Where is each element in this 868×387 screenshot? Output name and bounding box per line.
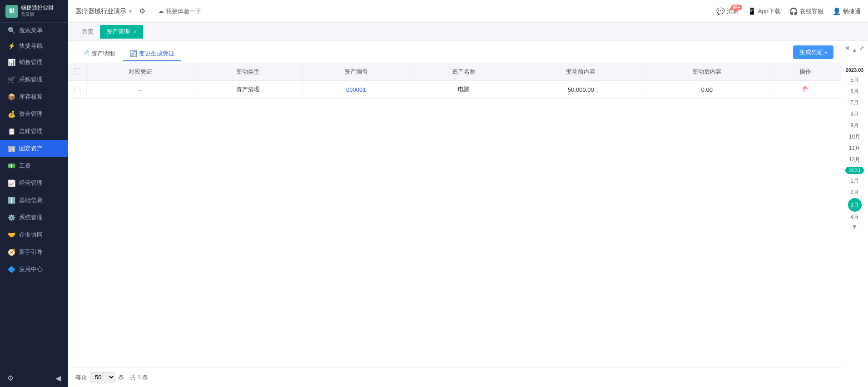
table-row: -- 资产清理 000001 电脑 50,000.00 0.00 🗑 (68, 81, 841, 99)
tab-change-voucher[interactable]: 🔄 变更生成凭证 (123, 47, 181, 61)
tab-asset-detail[interactable]: 📄 资产明细 (75, 47, 121, 61)
tab-home[interactable]: 首页 (75, 25, 100, 39)
tab-asset-management[interactable]: 资产管理 × (100, 25, 143, 39)
sidebar-item-sales[interactable]: 📊 销售管理 (0, 54, 68, 71)
month-6[interactable]: 6月 (841, 86, 868, 97)
sidebar-item-basic-info[interactable]: ℹ️ 基础信息 (0, 192, 68, 209)
enterprise-icon: 🤝 (7, 231, 15, 239)
sidebar-bottom: ⚙ ◀ (0, 369, 68, 387)
app-center-icon: 🔷 (7, 265, 15, 273)
sidebar-item-app-center[interactable]: 🔷 应用中心 (0, 261, 68, 278)
months-2023: 1月 2月 3月 4月 (841, 175, 868, 223)
month-7[interactable]: 7月 (841, 97, 868, 109)
generate-voucher-label: 生成凭证 (799, 48, 823, 56)
messages-button[interactable]: 💬 消息 99+ (716, 7, 739, 15)
delete-row-icon[interactable]: 🗑 (802, 85, 809, 93)
sidebar-item-purchase[interactable]: 🛒 采购管理 (0, 71, 68, 88)
finance-label: 资金管理 (19, 110, 43, 118)
basic-info-icon: ℹ️ (7, 196, 15, 204)
col-header-after-change: 变动后内容 (644, 63, 770, 81)
guide-label: 新手引导 (19, 248, 43, 256)
asset-detail-label: 资产明细 (91, 50, 115, 58)
user-button[interactable]: 👤 畅捷通 (833, 7, 861, 15)
app-download-icon: 📱 (748, 7, 756, 15)
month-4[interactable]: 4月 (841, 212, 868, 223)
sidebar-item-fixed-assets[interactable]: 🏢 固定资产 (0, 140, 68, 157)
experience-icon: ☁ (158, 8, 164, 15)
sidebar-item-guide[interactable]: 🧭 新手引导 (0, 243, 68, 261)
messages-icon: 💬 (716, 7, 725, 15)
management-label: 经营管理 (19, 179, 43, 187)
experience-button[interactable]: ☁ 我要体验一下 (158, 7, 201, 15)
company-selector[interactable]: 医疗器械行业演示 ▾ (75, 7, 132, 15)
panel-nav-up[interactable]: ▲ (852, 46, 858, 54)
panel-close-icon[interactable]: ✕ (845, 45, 850, 52)
select-all-checkbox[interactable] (74, 68, 80, 74)
quick-nav-icon: ⚡ (7, 42, 15, 50)
tab-close-icon[interactable]: × (134, 29, 137, 35)
month-12[interactable]: 12月 (841, 154, 868, 165)
row-asset-code[interactable]: 000001 (302, 81, 410, 99)
month-1[interactable]: 1月 (841, 175, 868, 187)
quick-nav-label: 快捷导航 (19, 42, 43, 50)
sidebar-item-enterprise[interactable]: 🤝 企业协同 (0, 226, 68, 243)
month-5[interactable]: 5月 (841, 74, 868, 86)
col-header-operation: 操作 (770, 63, 841, 81)
inventory-icon: 📦 (7, 93, 15, 101)
generate-voucher-button[interactable]: 生成凭证 ▾ (793, 45, 833, 59)
main-content: 医疗器械行业演示 ▾ ⚙ ☁ 我要体验一下 💬 消息 99+ 📱 App下载 🎧… (68, 0, 868, 387)
sidebar-item-search[interactable]: 🔍 搜索菜单 (0, 23, 68, 38)
generate-dropdown-icon: ▾ (825, 50, 827, 55)
month-9[interactable]: 9月 (841, 120, 868, 131)
month-10[interactable]: 10月 (841, 131, 868, 143)
guide-icon: 🧭 (7, 248, 15, 256)
sidebar-item-ledger[interactable]: 📋 总账管理 (0, 123, 68, 140)
topbar-right: 💬 消息 99+ 📱 App下载 🎧 在线客服 👤 畅捷通 (716, 7, 861, 15)
per-page-select[interactable]: 50 10 20 100 (90, 372, 115, 382)
sidebar-item-quick-nav[interactable]: ⚡ 快捷导航 (0, 38, 68, 54)
messages-badge: 99+ (731, 5, 742, 10)
month-11[interactable]: 11月 (841, 143, 868, 154)
col-header-asset-code: 资产编号 (302, 63, 410, 81)
experience-text: 我要体验一下 (166, 7, 201, 15)
basic-info-label: 基础信息 (19, 196, 43, 204)
per-page-label: 每页 (75, 373, 87, 382)
months-before-2023: 5月 6月 7月 8月 9月 10月 11月 12月 (841, 74, 868, 165)
sidebar-item-inventory[interactable]: 📦 库存核算 (0, 88, 68, 105)
customer-service-label: 在线客服 (800, 7, 823, 15)
logo-icon: 财 (5, 5, 18, 18)
customer-service-button[interactable]: 🎧 在线客服 (789, 7, 823, 15)
row-checkbox[interactable] (74, 86, 80, 92)
month-3-current[interactable]: 3月 (848, 198, 862, 212)
col-header-checkbox (68, 63, 86, 81)
system-icon: ⚙️ (7, 213, 15, 222)
sidebar: 财 畅捷通好业财 普及版 🔍 搜索菜单 ⚡ 快捷导航 📊 销售管理 🛒 采购管理… (0, 0, 68, 387)
panel-nav-down[interactable]: ▼ (852, 223, 858, 230)
salary-label: 工资 (19, 162, 31, 170)
panel-expand-icon[interactable]: ⤢ (859, 45, 864, 52)
purchase-label: 采购管理 (19, 75, 43, 84)
settings-bottom-icon[interactable]: ⚙ (7, 374, 14, 382)
month-2[interactable]: 2月 (841, 187, 868, 198)
app-download-button[interactable]: 📱 App下载 (748, 7, 780, 15)
logo-title: 畅捷通好业财 (21, 5, 54, 12)
sidebar-item-management[interactable]: 📈 经营管理 (0, 174, 68, 192)
purchase-icon: 🛒 (7, 75, 15, 84)
user-name: 畅捷通 (843, 7, 861, 15)
collapse-icon[interactable]: ◀ (55, 374, 61, 382)
inventory-label: 库存核算 (19, 93, 43, 101)
asset-detail-icon: 📄 (82, 50, 89, 57)
fixed-assets-label: 固定资产 (19, 144, 43, 153)
row-after-change: 0.00 (644, 81, 770, 99)
topbar-settings-button[interactable]: ⚙ (135, 5, 149, 18)
company-name: 医疗器械行业演示 (75, 7, 126, 15)
ledger-icon: 📋 (7, 127, 15, 135)
ledger-label: 总账管理 (19, 127, 43, 135)
sidebar-item-system[interactable]: ⚙️ 系统管理 (0, 209, 68, 226)
sidebar-item-finance[interactable]: 💰 资金管理 (0, 105, 68, 123)
month-8[interactable]: 8月 (841, 109, 868, 120)
col-header-voucher: 对应凭证 (86, 63, 194, 81)
customer-service-icon: 🎧 (789, 7, 798, 15)
sidebar-item-salary[interactable]: 💵 工资 (0, 157, 68, 174)
sidebar-nav: 🔍 搜索菜单 ⚡ 快捷导航 📊 销售管理 🛒 采购管理 📦 库存核算 💰 资金管… (0, 23, 68, 369)
